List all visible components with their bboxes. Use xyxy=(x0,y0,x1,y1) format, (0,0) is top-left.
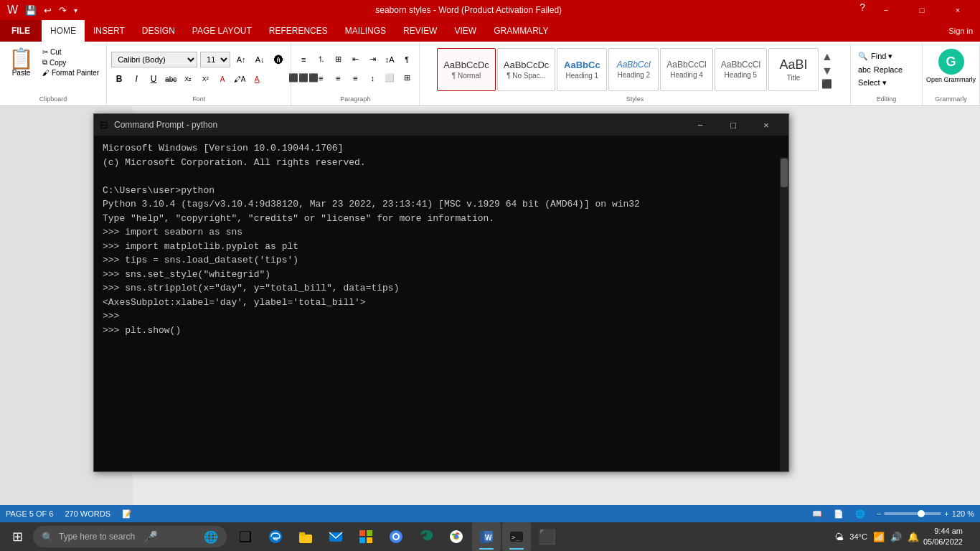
align-right-button[interactable]: ≡ xyxy=(330,70,346,86)
text-effects-button[interactable]: A xyxy=(215,71,230,87)
search-box[interactable]: 🔍 Type here to search 🎤 🌐 xyxy=(33,526,227,547)
cmd-close-button[interactable]: × xyxy=(750,114,783,136)
tab-references[interactable]: REFERENCES xyxy=(260,20,336,42)
close-button[interactable]: × xyxy=(941,0,974,20)
taskbar-app-edge-beta[interactable] xyxy=(412,522,440,551)
replace-button[interactable]: abc Replace xyxy=(855,64,905,75)
tab-mailings[interactable]: MAILINGS xyxy=(336,20,395,42)
view-read-button[interactable]: 📖 xyxy=(812,509,822,519)
multilevel-list-button[interactable]: ⊞ xyxy=(330,52,346,67)
align-left-button[interactable]: ⬛⬛⬛ xyxy=(296,70,311,86)
line-spacing-button[interactable]: ↕ xyxy=(364,70,380,86)
decrease-indent-button[interactable]: ⇤ xyxy=(347,52,363,67)
sort-button[interactable]: ↕A xyxy=(382,52,397,67)
page-info[interactable]: PAGE 5 OF 6 xyxy=(6,509,53,518)
grammarly-button[interactable]: G xyxy=(938,49,964,75)
style-heading5[interactable]: AaBbCcCl Heading 5 xyxy=(715,48,767,91)
tab-review[interactable]: REVIEW xyxy=(395,20,446,42)
copy-button[interactable]: ⧉ Copy xyxy=(39,57,102,67)
notification-icon[interactable]: 🔔 xyxy=(908,532,919,542)
format-painter-button[interactable]: 🖌 Format Painter xyxy=(39,68,102,77)
find-button[interactable]: 🔍 Find ▾ xyxy=(855,50,905,62)
zoom-level[interactable]: 120 % xyxy=(952,509,974,518)
taskbar-app-chrome-alt[interactable] xyxy=(382,522,410,551)
clear-format-button[interactable]: 🅐 xyxy=(270,52,286,67)
highlight-button[interactable]: 🖍A xyxy=(232,71,248,87)
taskbar-app-edge[interactable] xyxy=(261,522,290,551)
taskbar-app-file-explorer[interactable] xyxy=(291,522,320,551)
styles-more-button[interactable]: ⬛ xyxy=(821,79,833,89)
justify-button[interactable]: ≡ xyxy=(347,70,363,86)
zoom-in-button[interactable]: + xyxy=(944,509,948,518)
view-web-button[interactable]: 🌐 xyxy=(855,509,865,519)
taskbar-app-chrome[interactable] xyxy=(442,522,471,551)
taskbar-app-tools[interactable]: ⬛ xyxy=(532,522,561,551)
customize-qa-button[interactable]: ▾ xyxy=(72,5,79,16)
taskbar-app-store[interactable] xyxy=(352,522,380,551)
save-button[interactable]: 💾 xyxy=(24,4,38,17)
bold-button[interactable]: B xyxy=(111,71,127,87)
zoom-slider[interactable] xyxy=(884,512,941,515)
help-icon[interactable]: ? xyxy=(858,0,867,20)
align-center-button[interactable]: ≡ xyxy=(313,70,329,86)
tab-design[interactable]: DESIGN xyxy=(133,20,184,42)
font-color-button[interactable]: A xyxy=(249,71,265,87)
cmd-restore-button[interactable]: □ xyxy=(717,114,750,136)
shading-button[interactable]: ⬜ xyxy=(382,70,397,86)
taskbar-app-task-view[interactable]: ❑ xyxy=(231,522,260,551)
cmd-minimize-button[interactable]: − xyxy=(684,114,717,136)
strikethrough-button[interactable]: abc xyxy=(163,71,179,87)
word-count[interactable]: 270 WORDS xyxy=(65,509,110,518)
cmd-content[interactable]: Microsoft Windows [Version 10.0.19044.17… xyxy=(94,136,788,471)
restore-button[interactable]: □ xyxy=(905,0,938,20)
cmd-scrollbar-thumb[interactable] xyxy=(781,159,788,187)
tab-page-layout[interactable]: PAGE LAYOUT xyxy=(184,20,260,42)
styles-up-button[interactable]: ▲ xyxy=(821,50,833,63)
italic-button[interactable]: I xyxy=(128,71,144,87)
network-icon[interactable]: 📶 xyxy=(873,532,885,542)
cmd-scrollbar[interactable] xyxy=(780,157,788,471)
taskbar-app-word[interactable]: W xyxy=(472,522,501,551)
font-decrease-button[interactable]: A↓ xyxy=(252,52,268,67)
underline-button[interactable]: U xyxy=(146,71,161,87)
minimize-button[interactable]: − xyxy=(870,0,903,20)
bullets-button[interactable]: ≡ xyxy=(296,52,311,67)
clock[interactable]: 9:44 am 05/06/2022 xyxy=(923,526,963,548)
paste-button[interactable]: 📋 Paste xyxy=(4,46,38,80)
font-name-select[interactable]: Calibri (Body) xyxy=(111,52,197,67)
style-heading4[interactable]: AaBbCcCl Heading 4 xyxy=(660,48,712,91)
tab-view[interactable]: VIEW xyxy=(446,20,485,42)
font-increase-button[interactable]: A↑ xyxy=(233,52,249,67)
numbering-button[interactable]: ⒈ xyxy=(313,52,329,67)
cut-button[interactable]: ✂ Cut xyxy=(39,47,102,57)
tab-home[interactable]: HOME xyxy=(42,20,85,42)
styles-down-button[interactable]: ▼ xyxy=(821,65,833,77)
show-desktop-button[interactable] xyxy=(967,522,971,551)
superscript-button[interactable]: X² xyxy=(197,71,213,87)
start-button[interactable]: ⊞ xyxy=(3,522,32,551)
undo-button[interactable]: ↩ xyxy=(42,4,53,17)
tab-insert[interactable]: INSERT xyxy=(85,20,133,42)
taskbar-app-mail[interactable] xyxy=(321,522,350,551)
spelling-icon[interactable]: 📝 xyxy=(122,509,132,519)
increase-indent-button[interactable]: ⇥ xyxy=(364,52,380,67)
tab-file[interactable]: FILE xyxy=(0,20,42,42)
taskbar-app-cmd[interactable]: >_ xyxy=(502,522,531,551)
volume-icon[interactable]: 🔊 xyxy=(890,532,902,542)
style-normal[interactable]: AaBbCcDc ¶ Normal xyxy=(437,48,496,91)
style-heading1[interactable]: AaBbCc Heading 1 xyxy=(557,48,607,91)
style-heading2[interactable]: AaBbCcI Heading 2 xyxy=(608,48,659,91)
redo-button[interactable]: ↷ xyxy=(57,4,68,17)
subscript-button[interactable]: X₂ xyxy=(180,71,196,87)
select-button[interactable]: Select ▾ xyxy=(855,77,905,89)
show-hide-button[interactable]: ¶ xyxy=(399,52,415,67)
view-print-button[interactable]: 📄 xyxy=(834,509,844,519)
font-size-select[interactable]: 11 xyxy=(200,52,230,67)
signin-area[interactable]: Sign in xyxy=(941,27,980,35)
zoom-out-button[interactable]: − xyxy=(877,509,881,518)
weather-icon[interactable]: 🌤 xyxy=(834,532,844,542)
tab-grammarly[interactable]: GRAMMARLY xyxy=(485,20,557,42)
style-title[interactable]: AaBI Title xyxy=(768,48,819,91)
style-no-spacing[interactable]: AaBbCcDc ¶ No Spac... xyxy=(497,48,556,91)
borders-button[interactable]: ⊞ xyxy=(399,70,415,86)
